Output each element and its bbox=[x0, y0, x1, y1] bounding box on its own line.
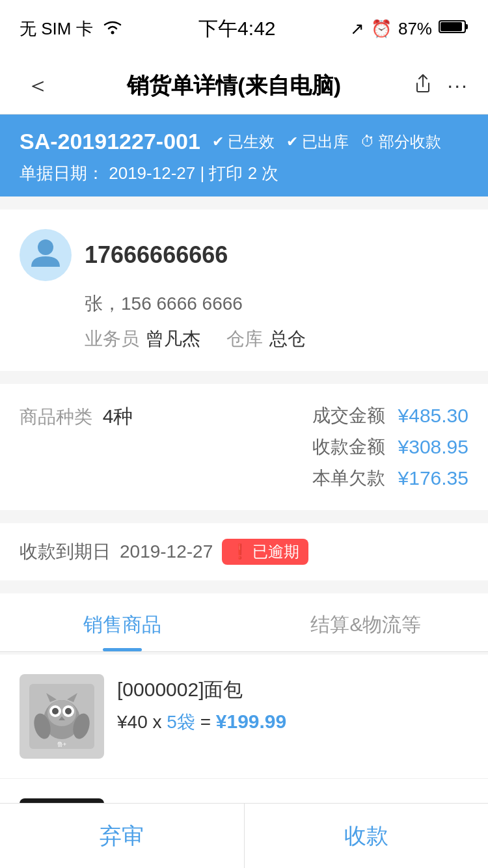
svg-text:鲁+: 鲁+ bbox=[57, 741, 66, 748]
tab-settlement[interactable]: 结算&物流等 bbox=[244, 593, 488, 651]
user-icon bbox=[27, 233, 64, 277]
product-qty-1: 5袋 bbox=[167, 712, 195, 732]
svg-point-10 bbox=[52, 708, 59, 714]
order-id-row: SA-20191227-001 ✔ 已生效 ✔ 已出库 ⏱ 部分收款 bbox=[20, 129, 468, 154]
status-time: 下午4:42 bbox=[198, 16, 275, 42]
overdue-text: 已逾期 bbox=[252, 541, 299, 562]
status-badge-2: ✔ 已出库 bbox=[286, 131, 349, 152]
status-bar: 无 SIM 卡 下午4:42 ↗ ⏰ 87% bbox=[0, 0, 488, 57]
owed-amount-row: 本单欠款 ¥176.35 bbox=[312, 466, 468, 491]
product-total-1: ¥199.99 bbox=[216, 711, 286, 732]
customer-row: 17666666666 bbox=[20, 229, 468, 281]
more-icon[interactable]: ··· bbox=[447, 74, 468, 98]
cancel-button[interactable]: 弃审 bbox=[0, 804, 245, 868]
svg-point-0 bbox=[111, 31, 114, 34]
status-badge-3: ⏱ 部分收款 bbox=[360, 131, 441, 152]
warehouse-value: 总仓 bbox=[269, 327, 306, 351]
battery-text: 87% bbox=[398, 19, 432, 39]
svg-point-11 bbox=[65, 708, 72, 714]
category-count: 4种 bbox=[103, 405, 133, 427]
wifi-icon bbox=[101, 18, 124, 40]
order-date-row: 单据日期： 2019-12-27 | 打印 2 次 bbox=[20, 162, 468, 185]
header-banner: SA-20191227-001 ✔ 已生效 ✔ 已出库 ⏱ 部分收款 单据日期：… bbox=[0, 115, 488, 197]
salesperson-item: 业务员 曾凡杰 bbox=[85, 327, 200, 351]
status-right: ↗ ⏰ 87% bbox=[350, 19, 468, 39]
category-label: 商品种类 bbox=[20, 407, 92, 427]
carrier-text: 无 SIM 卡 bbox=[20, 18, 93, 40]
owed-amount: ¥176.35 bbox=[398, 467, 468, 489]
tab-sales-products[interactable]: 销售商品 bbox=[0, 593, 244, 651]
tabs-row: 销售商品 结算&物流等 bbox=[0, 593, 488, 651]
status-badge-1: ✔ 已生效 bbox=[212, 131, 275, 152]
product-price-1: ¥40 x 5袋 = ¥199.99 bbox=[117, 710, 468, 735]
confirm-button[interactable]: 收款 bbox=[245, 804, 489, 868]
location-icon: ↗ bbox=[350, 19, 364, 39]
owed-label: 本单欠款 bbox=[312, 466, 385, 491]
status-left: 无 SIM 卡 bbox=[20, 18, 124, 40]
nav-bar: ＜ 销货单详情(来自电脑) ··· bbox=[0, 57, 488, 115]
product-item: 鲁+ [0000002]面包 ¥40 x 5袋 = ¥199.99 bbox=[0, 655, 488, 779]
alarm-icon: ⏰ bbox=[371, 19, 392, 39]
due-date-label: 收款到期日 bbox=[20, 539, 111, 564]
product-thumb-1: 鲁+ bbox=[20, 674, 104, 759]
product-info-1: [0000002]面包 ¥40 x 5袋 = ¥199.99 bbox=[117, 674, 468, 735]
deal-label: 成交金额 bbox=[312, 403, 385, 428]
product-name-1: [0000002]面包 bbox=[117, 677, 468, 703]
received-amount: ¥308.95 bbox=[398, 436, 468, 458]
salesperson-value: 曾凡杰 bbox=[146, 327, 200, 351]
tabs-section: 销售商品 结算&物流等 bbox=[0, 593, 488, 652]
battery-icon bbox=[439, 19, 468, 39]
received-label: 收款金额 bbox=[312, 435, 385, 459]
order-id: SA-20191227-001 bbox=[20, 129, 200, 154]
check-icon-1: ✔ bbox=[212, 133, 224, 150]
back-button[interactable]: ＜ bbox=[20, 63, 56, 108]
overdue-badge: ❗ 已逾期 bbox=[222, 539, 308, 565]
svg-rect-3 bbox=[441, 22, 462, 31]
customer-section: 17666666666 张，156 6666 6666 业务员 曾凡杰 仓库 总… bbox=[0, 210, 488, 371]
check-icon-2: ✔ bbox=[286, 133, 298, 150]
warehouse-label: 仓库 bbox=[226, 327, 263, 351]
bottom-bar: 弃审 收款 bbox=[0, 803, 488, 868]
stats-left: 商品种类 4种 bbox=[20, 403, 133, 430]
avatar bbox=[20, 229, 72, 281]
salesperson-label: 业务员 bbox=[85, 327, 139, 351]
share-icon[interactable] bbox=[412, 72, 434, 100]
warehouse-item: 仓库 总仓 bbox=[226, 327, 306, 351]
due-date-value: 2019-12-27 bbox=[120, 541, 213, 562]
page-title: 销货单详情(来自电脑) bbox=[127, 71, 341, 101]
svg-rect-2 bbox=[465, 24, 468, 29]
customer-meta: 业务员 曾凡杰 仓库 总仓 bbox=[20, 327, 468, 351]
stats-section: 商品种类 4种 成交金额 ¥485.30 收款金额 ¥308.95 本单欠款 ¥… bbox=[0, 384, 488, 510]
clock-icon: ⏱ bbox=[360, 133, 375, 150]
stats-right: 成交金额 ¥485.30 收款金额 ¥308.95 本单欠款 ¥176.35 bbox=[312, 403, 468, 491]
received-amount-row: 收款金额 ¥308.95 bbox=[312, 435, 468, 459]
nav-actions: ··· bbox=[412, 72, 468, 100]
deal-amount-row: 成交金额 ¥485.30 bbox=[312, 403, 468, 428]
deal-amount: ¥485.30 bbox=[398, 405, 468, 427]
customer-name-phone: 张，156 6666 6666 bbox=[20, 292, 468, 316]
due-section: 收款到期日 2019-12-27 ❗ 已逾期 bbox=[0, 523, 488, 580]
svg-point-4 bbox=[38, 239, 53, 255]
customer-phone: 17666666666 bbox=[85, 241, 228, 269]
overdue-icon: ❗ bbox=[231, 543, 249, 560]
